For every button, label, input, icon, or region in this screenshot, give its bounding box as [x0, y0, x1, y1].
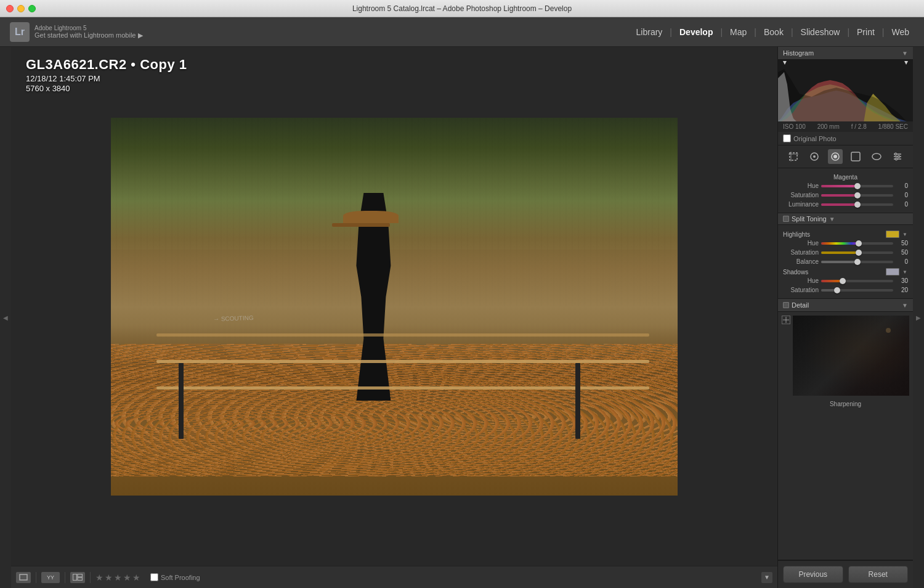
close-button[interactable]	[6, 5, 14, 12]
nav-library[interactable]: Library	[631, 25, 668, 39]
shadows-row: Shadows ▼	[778, 266, 913, 276]
detail-crosshair[interactable]	[782, 316, 790, 324]
bottom-toolbar: YY ★ ★ ★ ★ ★ Soft Proofing ▼	[11, 566, 777, 588]
nav-print[interactable]: Print	[852, 25, 880, 39]
photo-filename: GL3A6621.CR2 • Copy 1	[26, 57, 187, 73]
traffic-lights	[6, 5, 36, 12]
red-eye-tool[interactable]	[828, 149, 843, 164]
magenta-sat-slider[interactable]	[821, 194, 893, 197]
histogram-display	[778, 60, 913, 121]
center-panel: GL3A6621.CR2 • Copy 1 12/18/12 1:45:07 P…	[11, 47, 777, 588]
left-panel-toggle[interactable]: ◀	[0, 47, 11, 588]
right-panel: Histogram ▼	[777, 47, 913, 588]
original-photo-row: Original Photo	[778, 132, 913, 145]
app-brand: Adobe Lightroom 5	[34, 25, 143, 31]
view-survey-btn[interactable]	[70, 572, 85, 583]
highlights-swatch-btn[interactable]: ▼	[902, 231, 908, 237]
balance-slider[interactable]	[821, 261, 893, 263]
star-3[interactable]: ★	[114, 573, 122, 582]
adjustment-tool[interactable]	[890, 149, 905, 164]
filmstrip-expand-btn[interactable]: ▼	[761, 572, 772, 583]
minimize-button[interactable]	[17, 5, 25, 12]
magenta-hue-row: Hue 0	[778, 181, 913, 190]
nav-book[interactable]: Book	[759, 25, 788, 39]
highlights-swatch[interactable]	[886, 231, 899, 238]
titlebar: Lightroom 5 Catalog.lrcat – Adobe Photos…	[0, 0, 924, 17]
magenta-sat-row: Saturation 0	[778, 190, 913, 200]
split-toning-checkbox[interactable]	[783, 216, 789, 222]
magenta-hue-slider[interactable]	[821, 185, 893, 187]
shadows-sat-slider[interactable]	[821, 289, 893, 292]
nav-map[interactable]: Map	[725, 25, 752, 39]
shadows-swatch-btn[interactable]: ▼	[902, 269, 908, 275]
app-subtitle[interactable]: Get started with Lightroom mobile ▶	[34, 31, 143, 39]
main-content: ◀ GL3A6621.CR2 • Copy 1 12/18/12 1:45:07…	[0, 47, 924, 588]
original-photo-checkbox[interactable]	[783, 134, 791, 142]
shadows-hue-value: 30	[896, 277, 908, 284]
star-rating: ★ ★ ★ ★ ★	[95, 573, 140, 582]
right-panel-toggle[interactable]: ▶	[913, 47, 924, 588]
shadows-hue-slider[interactable]	[821, 280, 893, 282]
gradient-tool[interactable]	[848, 149, 863, 164]
split-toning-header[interactable]: Split Toning ▼	[778, 213, 913, 225]
view-compare-btn[interactable]: YY	[41, 572, 60, 583]
photo-canvas[interactable]: → SCOUTING	[111, 118, 678, 496]
crop-tool[interactable]	[786, 149, 801, 164]
detail-checkbox[interactable]	[783, 302, 789, 308]
highlights-hue-row: Hue 50	[778, 239, 913, 248]
highlights-sat-label: Saturation	[783, 249, 819, 256]
soft-proofing-label[interactable]: Soft Proofing	[161, 574, 200, 581]
view-single-btn[interactable]	[16, 572, 31, 583]
highlights-sat-value: 50	[896, 249, 908, 256]
magenta-lum-row: Luminance 0	[778, 200, 913, 209]
magenta-lum-value: 0	[896, 201, 908, 208]
maximize-button[interactable]	[28, 5, 36, 12]
reset-button[interactable]: Reset	[848, 566, 909, 583]
magenta-sat-value: 0	[896, 192, 908, 198]
detail-section: Detail ▼ Sharpening	[778, 299, 913, 560]
tool-icons-row	[778, 145, 913, 168]
app-info: Adobe Lightroom 5 Get started with Light…	[34, 25, 143, 39]
shadows-sat-value: 20	[896, 287, 908, 293]
soft-proofing-checkbox[interactable]	[150, 573, 158, 581]
exif-shutter: 1/880 SEC	[878, 123, 908, 130]
sharpening-label: Sharpening	[778, 399, 913, 409]
star-4[interactable]: ★	[123, 573, 131, 582]
soft-proofing-check: Soft Proofing	[150, 573, 200, 581]
shadows-sat-row: Saturation 20	[778, 285, 913, 295]
detail-header[interactable]: Detail ▼	[778, 299, 913, 312]
photo-image: → SCOUTING	[111, 118, 678, 496]
detail-thumbnail	[793, 316, 909, 396]
highlights-hue-value: 50	[896, 240, 908, 247]
magenta-sat-label: Saturation	[783, 192, 819, 198]
star-5[interactable]: ★	[132, 573, 140, 582]
balance-label: Balance	[783, 258, 819, 265]
histogram-header[interactable]: Histogram ▼	[778, 47, 913, 60]
highlights-sat-slider[interactable]	[821, 251, 893, 254]
photo-datetime: 12/18/12 1:45:07 PM	[26, 74, 187, 83]
magenta-lum-slider[interactable]	[821, 203, 893, 206]
shadows-swatch[interactable]	[886, 268, 899, 276]
exif-aperture: f / 2.8	[851, 123, 867, 130]
nav-web[interactable]: Web	[886, 25, 914, 39]
nav-develop[interactable]: Develop	[675, 25, 718, 39]
balance-value: 0	[896, 258, 908, 265]
histogram-chart	[778, 60, 913, 121]
detail-arrow: ▼	[902, 302, 908, 309]
svg-rect-1	[73, 574, 77, 581]
highlights-hue-slider[interactable]	[821, 242, 893, 245]
split-toning-section: Split Toning ▼ Highlights ▼ Hue 50	[778, 213, 913, 299]
star-2[interactable]: ★	[105, 573, 113, 582]
svg-point-12	[833, 155, 837, 158]
svg-rect-13	[851, 152, 860, 161]
nav-slideshow[interactable]: Slideshow	[796, 25, 845, 39]
window-title: Lightroom 5 Catalog.lrcat – Adobe Photos…	[352, 4, 572, 13]
spot-heal-tool[interactable]	[807, 149, 822, 164]
photo-info: GL3A6621.CR2 • Copy 1 12/18/12 1:45:07 P…	[26, 57, 187, 93]
svg-rect-2	[78, 574, 83, 578]
svg-point-10	[813, 155, 816, 158]
star-1[interactable]: ★	[95, 573, 103, 582]
radial-tool[interactable]	[869, 149, 884, 164]
svg-point-20	[895, 158, 898, 160]
previous-button[interactable]: Previous	[783, 566, 843, 583]
